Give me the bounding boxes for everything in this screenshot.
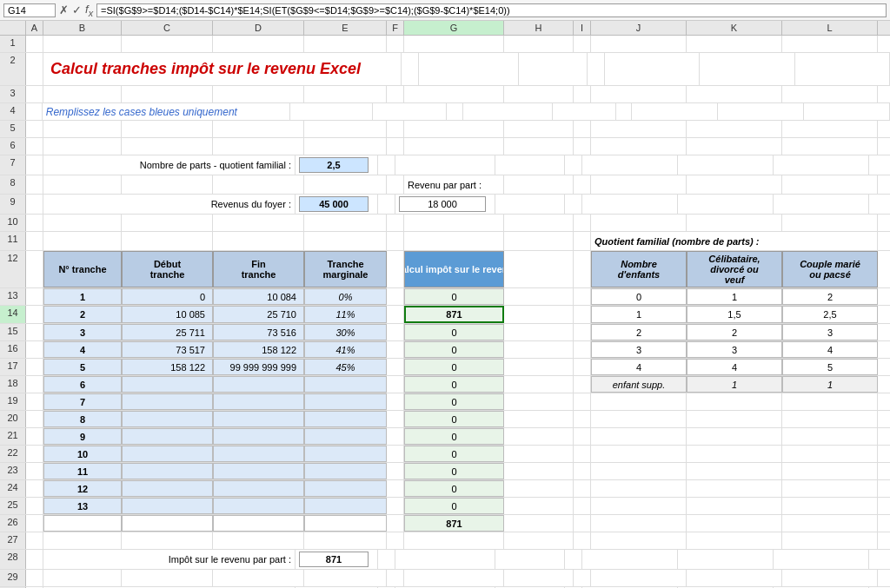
cell-J19[interactable] <box>591 393 687 410</box>
cell-calcul-2-selected[interactable]: 871 <box>404 306 504 323</box>
cell-F18[interactable] <box>387 376 404 393</box>
cell-H23[interactable] <box>504 463 574 479</box>
cell-tranche-num-13[interactable]: 13 <box>43 498 122 514</box>
cell-D27[interactable] <box>213 532 304 549</box>
cell-A10[interactable] <box>26 215 43 231</box>
cell-I26[interactable] <box>574 515 591 532</box>
cell-H25[interactable] <box>504 498 574 514</box>
cell-J24[interactable] <box>591 480 687 497</box>
cell-taux-4[interactable]: 41% <box>304 341 387 358</box>
cell-rt-cel-4[interactable]: 4 <box>687 359 782 375</box>
cell-C11[interactable] <box>122 232 213 250</box>
cell-H21[interactable] <box>504 428 574 445</box>
cell-I20[interactable] <box>574 411 591 427</box>
cell-A14[interactable] <box>26 306 43 323</box>
cell-rt-enfants-1[interactable]: 1 <box>591 306 687 323</box>
cell-fin-10[interactable] <box>213 446 304 462</box>
cell-taux-7[interactable] <box>304 393 387 410</box>
cell-D29[interactable] <box>213 570 304 586</box>
cell-F26[interactable] <box>387 515 404 532</box>
cell-F10[interactable] <box>387 215 404 231</box>
cell-I10[interactable] <box>574 215 591 231</box>
cell-A13[interactable] <box>26 288 43 305</box>
cell-debut-11[interactable] <box>122 463 213 479</box>
cell-E1[interactable] <box>304 36 387 52</box>
cell-L5[interactable] <box>782 121 878 137</box>
cell-taux-8[interactable] <box>304 411 387 427</box>
cell-L4[interactable] <box>804 103 890 120</box>
cell-tranche-num-11[interactable]: 11 <box>43 463 122 479</box>
cell-H8[interactable] <box>504 175 574 194</box>
cell-A8[interactable] <box>26 175 43 194</box>
cell-L24[interactable] <box>782 480 878 497</box>
cell-tranche-num-6[interactable]: 6 <box>43 376 122 393</box>
cell-K1[interactable] <box>687 36 782 52</box>
cell-J7[interactable] <box>582 155 678 175</box>
cell-A19[interactable] <box>26 393 43 410</box>
cell-A4[interactable] <box>26 103 43 120</box>
cell-C29[interactable] <box>122 570 213 586</box>
cell-A16[interactable] <box>26 341 43 358</box>
cell-A15[interactable] <box>26 324 43 340</box>
cell-L23[interactable] <box>782 463 878 479</box>
cell-J23[interactable] <box>591 463 687 479</box>
cell-A24[interactable] <box>26 480 43 497</box>
cell-K24[interactable] <box>687 480 782 497</box>
cell-I17[interactable] <box>574 359 591 375</box>
cell-I27[interactable] <box>574 532 591 549</box>
cell-I28[interactable] <box>565 550 582 569</box>
cell-tranche-num-2[interactable]: 2 <box>43 306 122 323</box>
cell-B1[interactable] <box>43 36 122 52</box>
cell-A6[interactable] <box>26 138 43 155</box>
cell-A11[interactable] <box>26 232 43 250</box>
cell-fin-4[interactable]: 158 122 <box>213 341 304 358</box>
col-header-G[interactable]: G <box>404 21 504 35</box>
cell-debut-8[interactable] <box>122 411 213 427</box>
cell-B5[interactable] <box>43 121 122 137</box>
cell-rt-cel-3[interactable]: 3 <box>687 341 782 358</box>
cell-fin-1[interactable]: 10 084 <box>213 288 304 305</box>
cell-F7[interactable] <box>378 155 395 175</box>
cell-F23[interactable] <box>387 463 404 479</box>
cell-A20[interactable] <box>26 411 43 427</box>
cell-F24[interactable] <box>387 480 404 497</box>
cell-C6[interactable] <box>122 138 213 155</box>
cell-B10[interactable] <box>43 215 122 231</box>
cell-C3[interactable] <box>122 86 213 102</box>
cell-B11[interactable] <box>43 232 122 250</box>
cell-L7[interactable] <box>774 155 869 175</box>
cell-L26[interactable] <box>782 515 878 532</box>
cell-F27[interactable] <box>387 532 404 549</box>
cell-G1[interactable] <box>404 36 504 52</box>
cell-tranche-num-8[interactable]: 8 <box>43 411 122 427</box>
cell-L2[interactable] <box>795 53 890 85</box>
cell-F16[interactable] <box>387 341 404 358</box>
cell-D11[interactable] <box>213 232 304 250</box>
cell-I5[interactable] <box>574 121 591 137</box>
cell-C27[interactable] <box>122 532 213 549</box>
cell-impot-par-part-value[interactable]: 871 <box>296 550 378 569</box>
cell-reference[interactable]: G14 <box>3 3 56 17</box>
cell-debut-7[interactable] <box>122 393 213 410</box>
cell-C26[interactable] <box>122 515 213 532</box>
cell-E8[interactable] <box>304 175 387 194</box>
cell-taux-2[interactable]: 11% <box>304 306 387 323</box>
cell-K22[interactable] <box>687 446 782 462</box>
cell-H4[interactable] <box>553 103 615 120</box>
cell-K2[interactable] <box>700 53 794 85</box>
cell-tranche-num-5[interactable]: 5 <box>43 359 122 375</box>
cell-H26[interactable] <box>504 515 574 532</box>
cell-H27[interactable] <box>504 532 574 549</box>
cell-G3[interactable] <box>404 86 504 102</box>
cell-debut-9[interactable] <box>122 428 213 445</box>
cell-F19[interactable] <box>387 393 404 410</box>
cell-fin-6[interactable] <box>213 376 304 393</box>
cell-A9[interactable] <box>26 195 43 214</box>
cell-C1[interactable] <box>122 36 213 52</box>
cell-I29[interactable] <box>574 570 591 586</box>
cell-tranche-num-10[interactable]: 10 <box>43 446 122 462</box>
cell-K28[interactable] <box>678 550 774 569</box>
cell-L29[interactable] <box>782 570 878 586</box>
cell-C5[interactable] <box>122 121 213 137</box>
confirm-icon[interactable]: ✓ <box>72 3 82 17</box>
